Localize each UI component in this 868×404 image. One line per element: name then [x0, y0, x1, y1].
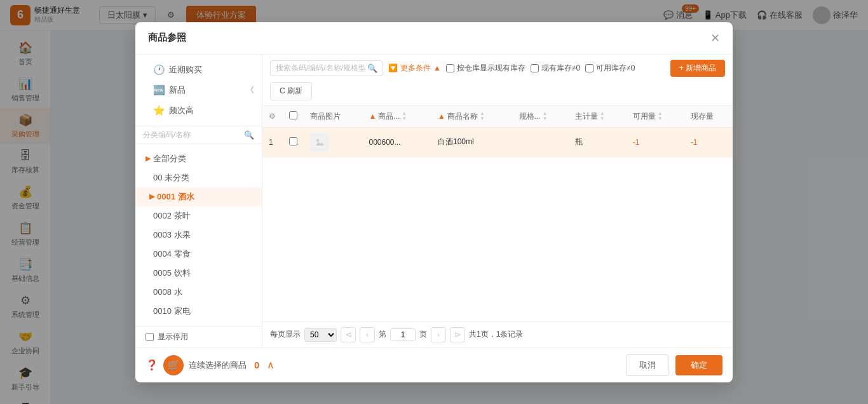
frequent-label: 频次高 — [169, 105, 194, 116]
add-product-button[interactable]: + 新增商品 — [670, 60, 725, 77]
col-available: 可用量 ▲▼ — [627, 106, 684, 128]
expand-icon: ▶ — [146, 154, 151, 163]
usable-stock-checkbox[interactable] — [585, 64, 593, 72]
cell-code: 000600... — [362, 127, 431, 157]
display-stopped-area: 显示停用 — [135, 326, 262, 347]
new-icon: 🆕 — [153, 84, 165, 96]
available-stock-checkbox[interactable] — [531, 64, 539, 72]
category-uncategorized[interactable]: 00 未分类 — [135, 168, 262, 187]
left-panel-top: 🕐 近期购买 🆕 新品 ⭐ 频次高 《 — [135, 55, 262, 126]
cancel-button[interactable]: 取消 — [626, 354, 669, 376]
category-drink[interactable]: 0005 饮料 — [135, 264, 262, 283]
col-spec: 规格... ▲▼ — [513, 106, 569, 128]
cart-label: 连续选择的商品 — [189, 360, 247, 371]
cart-collapse-icon[interactable]: ∧ — [267, 359, 275, 371]
page-size-label: 每页显示 — [270, 329, 301, 340]
category-list: ▶ 全部分类 00 未分类 ▶ 0001 酒水 0002 茶叶 0003 水果 — [135, 144, 262, 326]
product-thumbnail — [310, 133, 329, 152]
page-label-2: 页 — [419, 329, 427, 340]
active-expand-icon: ▶ — [149, 192, 154, 201]
col-image-label: 商品图片 — [310, 111, 341, 122]
next-page-button[interactable]: › — [431, 327, 446, 342]
cell-index: 1 — [262, 127, 283, 157]
table-header-row: ⚙ 商品图片 — [262, 106, 733, 128]
quick-tab-frequent[interactable]: ⭐ 频次高 — [143, 100, 212, 121]
recent-icon: 🕐 — [153, 64, 165, 76]
cart-icon-button[interactable]: 🛒 — [163, 355, 184, 375]
product-search-input[interactable] — [276, 64, 365, 72]
col-stock: 现存量 — [684, 106, 733, 128]
available-stock-checkbox-label[interactable]: 现有库存≠0 — [531, 63, 580, 74]
product-table: ⚙ 商品图片 — [262, 106, 733, 158]
last-page-button[interactable]: ⊳ — [450, 327, 465, 342]
category-search-area: 🔍 — [135, 126, 262, 144]
sort-asc-icon: ▲ — [369, 112, 376, 121]
category-appliance[interactable]: 0010 家电 — [135, 302, 262, 321]
liquor-label: 0001 酒水 — [157, 191, 194, 203]
usable-stock-label: 可用库存≠0 — [596, 63, 635, 74]
filter-icon: 🔽 — [388, 64, 398, 72]
category-fruit[interactable]: 0003 水果 — [135, 226, 262, 245]
product-table-container: ⚙ 商品图片 — [262, 106, 733, 321]
table-row[interactable]: 1 — [262, 127, 733, 157]
chevron-up-icon: ▲ — [433, 64, 441, 72]
page-size-select[interactable]: 50 10 20 100 — [304, 328, 337, 342]
modal-close-button[interactable]: ✕ — [710, 31, 720, 45]
pagination-area: 每页显示 50 10 20 100 ⊲ ‹ 第 页 › ⊳ 共1页，1条记录 — [262, 321, 733, 347]
quick-tab-recent[interactable]: 🕐 近期购买 — [143, 60, 212, 80]
page-label: 第 — [379, 329, 386, 340]
total-info: 共1页，1条记录 — [469, 329, 523, 340]
available-stock-label: 现有库存≠0 — [541, 63, 580, 74]
search-box: 🔍 — [270, 60, 383, 76]
cart-area: ❓ 🛒 连续选择的商品 0 ∧ — [146, 355, 620, 375]
category-water[interactable]: 0008 水 — [135, 283, 262, 302]
category-search-icon[interactable]: 🔍 — [244, 130, 254, 140]
modal-body: 🕐 近期购买 🆕 新品 ⭐ 频次高 《 — [135, 55, 733, 347]
row-checkbox[interactable] — [289, 137, 297, 145]
col-gear: ⚙ — [262, 106, 283, 128]
usable-stock-checkbox-label[interactable]: 可用库存≠0 — [585, 63, 635, 74]
category-liquor[interactable]: ▶ 0001 酒水 — [135, 187, 262, 206]
display-stopped-label: 显示停用 — [158, 332, 188, 342]
col-name-label: 商品名称 — [447, 111, 478, 122]
category-search-input[interactable] — [143, 130, 240, 139]
quick-tabs: 🕐 近期购买 🆕 新品 ⭐ 频次高 — [143, 60, 212, 121]
category-tea[interactable]: 0002 茶叶 — [135, 206, 262, 226]
by-warehouse-checkbox[interactable] — [446, 64, 454, 72]
prev-page-button[interactable]: ‹ — [360, 327, 375, 342]
page-input[interactable] — [390, 328, 416, 341]
select-all-checkbox[interactable] — [289, 111, 297, 119]
uncategorized-label: 00 未分类 — [153, 172, 189, 184]
help-icon[interactable]: ❓ — [146, 359, 158, 371]
tea-label: 0002 茶叶 — [153, 210, 191, 222]
col-available-label: 可用量 — [633, 111, 656, 122]
col-image: 商品图片 — [304, 106, 362, 128]
cell-checkbox — [283, 127, 304, 157]
water-label: 0008 水 — [153, 286, 182, 298]
quick-tab-new[interactable]: 🆕 新品 — [143, 80, 212, 100]
cell-stock: -1 — [684, 127, 733, 157]
col-spec-label: 规格... — [519, 111, 541, 122]
first-page-button[interactable]: ⊲ — [341, 327, 356, 342]
col-unit: 主计量 ▲▼ — [569, 106, 627, 128]
col-stock-label: 现存量 — [691, 111, 714, 122]
collapse-panel-icon[interactable]: 《 — [246, 84, 254, 96]
modal-header: 商品参照 ✕ — [135, 22, 733, 55]
right-panel: 🔍 🔽 更多条件 ▲ 按仓库显示现有库存 现有库存≠0 — [262, 55, 733, 347]
category-all[interactable]: ▶ 全部分类 — [135, 149, 262, 168]
search-icon[interactable]: 🔍 — [367, 64, 377, 73]
by-warehouse-checkbox-label[interactable]: 按仓库显示现有库存 — [446, 63, 526, 74]
table-gear-icon[interactable]: ⚙ — [269, 112, 276, 121]
modal-title: 商品参照 — [148, 32, 186, 44]
col-code-label: 商品... — [378, 111, 400, 122]
refresh-button[interactable]: C 刷新 — [270, 82, 312, 100]
star-icon: ⭐ — [153, 105, 165, 116]
svg-rect-0 — [313, 136, 326, 149]
col-name: ▲ 商品名称 ▲▼ — [431, 106, 513, 128]
col-checkbox — [283, 106, 304, 128]
category-snack[interactable]: 0004 零食 — [135, 245, 262, 264]
confirm-button[interactable]: 确定 — [675, 355, 722, 375]
filter-button[interactable]: 🔽 更多条件 ▲ — [388, 63, 441, 74]
category-all-label: 全部分类 — [153, 153, 186, 165]
display-stopped-checkbox[interactable] — [146, 333, 154, 341]
